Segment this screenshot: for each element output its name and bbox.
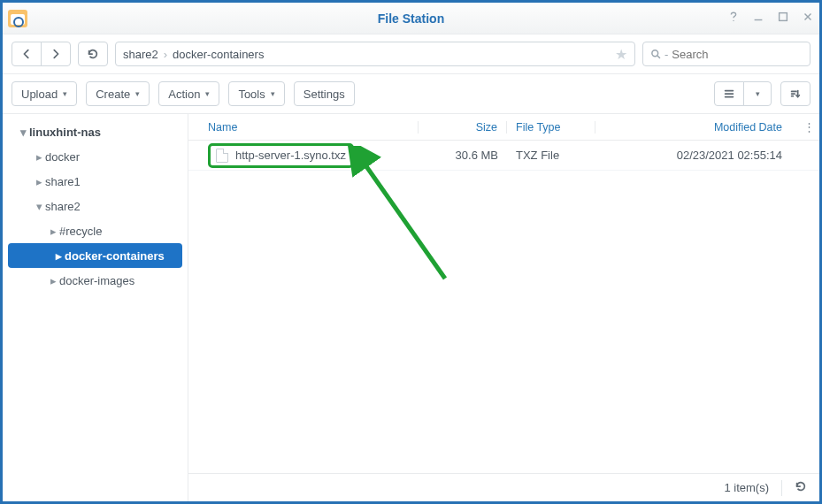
breadcrumb[interactable]: share2 › docker-containers ★: [115, 42, 635, 66]
col-name-header[interactable]: Name: [188, 121, 419, 134]
tools-button[interactable]: Tools▾: [228, 81, 284, 106]
reload-button[interactable]: [78, 42, 108, 66]
sidebar-item-docker-images[interactable]: ▸ docker-images: [3, 268, 188, 293]
file-name-cell: http-server-1.syno.txz: [188, 143, 419, 168]
chevron-down-icon: ▾: [33, 200, 45, 213]
file-type-cell: TXZ File: [507, 149, 595, 162]
caret-icon: ▾: [756, 89, 760, 98]
view-mode-group: ▾: [714, 81, 772, 106]
list-view-button[interactable]: [714, 81, 744, 106]
tree-root-label: linuxhint-nas: [29, 126, 101, 139]
upload-button[interactable]: Upload▾: [12, 81, 77, 106]
window-controls: [727, 11, 814, 26]
minimize-icon[interactable]: [752, 11, 764, 26]
sidebar-item-label: share1: [45, 175, 81, 188]
sidebar-item-share1[interactable]: ▸ share1: [3, 169, 188, 194]
status-reload-button[interactable]: [795, 480, 807, 495]
settings-label: Settings: [303, 88, 345, 101]
file-list: Name Size File Type Modified Date ⋮ http…: [188, 114, 819, 501]
sidebar-item-label: #recycle: [59, 225, 102, 238]
window-title: File Station: [3, 11, 819, 26]
maximize-icon[interactable]: [777, 11, 789, 26]
sidebar: ▾ linuxhint-nas ▸ docker ▸ share1 ▾ shar…: [3, 114, 188, 501]
breadcrumb-item[interactable]: docker-containers: [173, 48, 264, 61]
table-header: Name Size File Type Modified Date ⋮: [188, 114, 819, 141]
svg-line-6: [657, 56, 659, 57]
chevron-right-icon: ▸: [47, 225, 59, 238]
toolbar: Upload▾ Create▾ Action▾ Tools▾ Settings …: [3, 74, 819, 114]
sidebar-item-label: share2: [45, 200, 81, 213]
file-modified-cell: 02/23/2021 02:55:14: [595, 149, 798, 162]
nav-row: share2 › docker-containers ★ -: [3, 34, 819, 74]
search-input[interactable]: [672, 48, 803, 61]
caret-icon: ▾: [135, 89, 140, 98]
sidebar-item-label: docker-images: [59, 274, 134, 287]
caret-icon: ▾: [205, 89, 210, 98]
col-modified-header[interactable]: Modified Date: [595, 121, 798, 134]
file-icon: [216, 149, 228, 163]
sort-button[interactable]: [780, 81, 810, 106]
svg-point-0: [733, 20, 734, 21]
chevron-right-icon: ▸: [33, 175, 45, 188]
chevron-right-icon: ▸: [33, 150, 45, 164]
create-button[interactable]: Create▾: [86, 81, 150, 106]
close-icon[interactable]: [802, 11, 814, 26]
action-button[interactable]: Action▾: [158, 81, 219, 106]
create-label: Create: [96, 88, 130, 101]
col-size-header[interactable]: Size: [419, 121, 507, 134]
svg-point-5: [652, 50, 658, 57]
sidebar-item-label: docker: [45, 150, 80, 164]
nav-back-forward: [12, 42, 71, 66]
search-box[interactable]: -: [642, 42, 810, 66]
file-size-cell: 30.6 MB: [419, 149, 507, 162]
window-frame: File Station: [0, 0, 822, 504]
action-label: Action: [168, 88, 200, 101]
tools-label: Tools: [238, 88, 265, 101]
status-bar: 1 item(s): [188, 473, 819, 501]
svg-rect-2: [780, 13, 787, 21]
search-dash: -: [665, 48, 668, 61]
divider: [781, 480, 782, 496]
body: ▾ linuxhint-nas ▸ docker ▸ share1 ▾ shar…: [3, 114, 819, 501]
help-icon[interactable]: [727, 11, 740, 26]
chevron-down-icon: ▾: [17, 126, 29, 139]
caret-icon: ▾: [63, 89, 67, 98]
titlebar: File Station: [3, 3, 819, 34]
back-button[interactable]: [12, 42, 42, 66]
view-mode-caret[interactable]: ▾: [743, 81, 772, 106]
file-name: http-server-1.syno.txz: [235, 149, 346, 162]
sidebar-item-recycle[interactable]: ▸ #recycle: [3, 218, 188, 243]
caret-icon: ▾: [271, 89, 275, 98]
col-options-button[interactable]: ⋮: [798, 120, 819, 134]
sidebar-item-docker[interactable]: ▸ docker: [3, 144, 188, 169]
table-row[interactable]: http-server-1.syno.txz 30.6 MB TXZ File …: [188, 141, 819, 171]
breadcrumb-sep: ›: [164, 48, 167, 61]
sidebar-item-share2[interactable]: ▾ share2: [3, 194, 188, 218]
tree-root[interactable]: ▾ linuxhint-nas: [3, 119, 188, 144]
app-icon: [8, 10, 27, 27]
annotation-highlight: http-server-1.syno.txz: [208, 143, 354, 168]
search-icon: [650, 48, 661, 60]
chevron-right-icon: ▸: [47, 274, 59, 287]
chevron-right-icon: ▸: [52, 249, 65, 263]
settings-button[interactable]: Settings: [294, 81, 355, 106]
forward-button[interactable]: [41, 42, 71, 66]
breadcrumb-item[interactable]: share2: [123, 48, 158, 61]
col-type-header[interactable]: File Type: [507, 121, 595, 134]
sidebar-item-docker-containers[interactable]: ▸ docker-containers: [8, 243, 182, 268]
star-icon[interactable]: ★: [615, 46, 627, 63]
sidebar-item-label: docker-containers: [65, 249, 165, 263]
upload-label: Upload: [21, 88, 58, 101]
status-count: 1 item(s): [724, 481, 769, 494]
